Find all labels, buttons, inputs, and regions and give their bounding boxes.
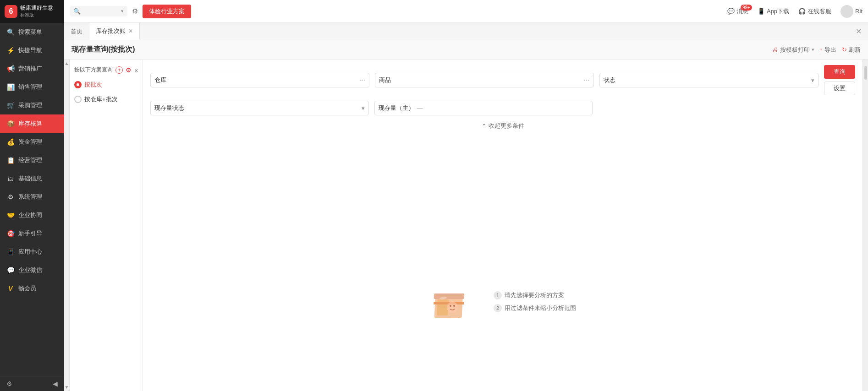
refresh-button[interactable]: ↻ 刷新 [842, 46, 861, 54]
wechat-icon: 💬 [6, 266, 15, 274]
sidebar-item-inventory[interactable]: 📦 库存核算 [0, 114, 64, 133]
empty-tip-2: 2 用过滤条件来缩小分析范围 [494, 304, 576, 312]
megaphone-icon: 📢 [6, 65, 15, 73]
sidebar-item-operation-label: 经营管理 [18, 156, 42, 164]
settings-footer-button[interactable]: ⚙ [6, 380, 12, 387]
sidebar-item-operation[interactable]: 📋 经营管理 [0, 151, 64, 169]
sidebar-item-wechat-label: 企业微信 [18, 266, 42, 274]
scroll-up-button[interactable]: ▲ [65, 60, 69, 67]
trial-button[interactable]: 体验行业方案 [143, 5, 191, 18]
sidebar-item-vip[interactable]: V 畅会员 [0, 279, 64, 298]
tab-close-icon[interactable]: ✕ [128, 28, 133, 34]
user-menu[interactable]: Rit [841, 5, 863, 18]
topbar-gear-icon[interactable]: ⚙ [132, 7, 138, 16]
app-download-button[interactable]: 📱 App下载 [758, 7, 789, 16]
empty-illustration [429, 279, 475, 325]
search-chevron-icon: ▾ [121, 8, 124, 14]
product-dots-button[interactable]: ··· [584, 76, 590, 84]
scheme-item-warehouse-batch[interactable]: 按仓库+批次 [70, 92, 143, 107]
flash-icon: ⚡ [6, 46, 15, 54]
tab-home[interactable]: 首页 [64, 23, 89, 40]
tab-inventory-batch[interactable]: 库存批次账 ✕ [89, 23, 140, 40]
gear-icon: ⚙ [6, 193, 15, 201]
refresh-icon: ↻ [842, 46, 847, 53]
sidebar-item-finance[interactable]: 💰 资金管理 [0, 133, 64, 151]
app-logo: 6 [5, 5, 17, 18]
scheme-item-batch[interactable]: 按批次 [70, 77, 143, 92]
cart-icon: 🛒 [6, 101, 15, 109]
product-label: 商品 [379, 76, 391, 84]
collapse-chevron-icon: ⌃ [482, 123, 487, 130]
product-input[interactable] [394, 77, 581, 84]
collapse-sidebar-button[interactable]: ◀ [53, 380, 58, 387]
collapse-filters-button[interactable]: ⌃ 收起更多条件 [150, 119, 855, 133]
clipboard-icon: 📋 [6, 156, 15, 164]
export-button[interactable]: ↑ 导出 [820, 46, 837, 54]
print-icon: 🖨 [772, 46, 778, 53]
svg-rect-1 [434, 293, 465, 299]
scheme-dot-empty-icon [74, 96, 82, 103]
target-icon: 🎯 [6, 229, 15, 238]
inventory-qty-filter[interactable]: 现存量（主） — [374, 101, 593, 115]
sidebar-item-quick-label: 快捷导航 [18, 46, 42, 54]
message-icon: 💬 [727, 8, 735, 15]
sidebar-item-newbie[interactable]: 🎯 新手引导 [0, 224, 64, 243]
topbar: 🔍 ▾ ⚙ 体验行业方案 💬 消息 99+ 📱 App下载 🎧 在线客服 Rit [64, 0, 868, 23]
export-label: 导出 [824, 46, 836, 54]
sidebar-item-enterprise[interactable]: 🤝 企业协同 [0, 206, 64, 224]
sidebar-item-vip-label: 畅会员 [18, 284, 36, 293]
scheme-settings-button[interactable]: ⚙ [126, 66, 132, 74]
empty-svg [429, 279, 475, 325]
empty-tip-1: 1 请先选择要分析的方案 [494, 291, 576, 299]
search-box-icon: 🔍 [73, 8, 81, 15]
search-icon: 🔍 [6, 28, 15, 36]
sidebar-item-marketing[interactable]: 📢 营销推广 [0, 60, 64, 78]
sidebar-nav: 🔍 搜索菜单 ⚡ 快捷导航 📢 营销推广 📊 销售管理 🛒 采购管理 📦 库存核… [0, 23, 64, 376]
inventory-status-filter[interactable]: 现存量状态 ▾ [150, 101, 369, 115]
tab-close-all-button[interactable]: ✕ [849, 27, 868, 36]
app-version: 标准版 [20, 12, 53, 18]
print-button[interactable]: 🖨 按模板打印 ▾ [772, 46, 814, 54]
search-box[interactable]: 🔍 ▾ [70, 6, 127, 16]
sidebar-item-purchase[interactable]: 🛒 采购管理 [0, 96, 64, 114]
warehouse-input[interactable] [169, 77, 357, 84]
svg-point-5 [447, 302, 458, 313]
empty-state: 1 请先选择要分析的方案 2 用过滤条件来缩小分析范围 [143, 212, 863, 391]
warehouse-dots-button[interactable]: ··· [359, 76, 365, 84]
inventory-qty-label: 现存量（主） [379, 104, 414, 112]
sidebar-item-appstore[interactable]: 📱 应用中心 [0, 243, 64, 261]
user-avatar [841, 5, 853, 18]
refresh-label: 刷新 [849, 46, 861, 54]
sidebar-item-wechat[interactable]: 💬 企业微信 [0, 261, 64, 279]
main-area: 🔍 ▾ ⚙ 体验行业方案 💬 消息 99+ 📱 App下载 🎧 在线客服 Rit [64, 0, 868, 391]
inventory-status-chevron-icon: ▾ [362, 105, 365, 112]
sidebar-item-search[interactable]: 🔍 搜索菜单 [0, 23, 64, 41]
sidebar-item-marketing-label: 营销推广 [18, 65, 42, 73]
scheme-collapse-button[interactable]: « [134, 66, 138, 74]
app-name: 畅康通好生意 [20, 5, 53, 12]
warehouse-filter[interactable]: 仓库 ··· [150, 73, 369, 87]
online-service-button[interactable]: 🎧 在线客服 [798, 7, 831, 16]
message-button[interactable]: 💬 消息 99+ [727, 7, 748, 16]
scroll-down-button[interactable]: ▼ [65, 383, 69, 391]
sidebar-item-sales[interactable]: 📊 销售管理 [0, 78, 64, 96]
scheme-add-button[interactable]: + [115, 66, 123, 74]
scheme-header-actions: + ⚙ « [115, 66, 138, 74]
product-filter[interactable]: 商品 ··· [375, 73, 594, 87]
query-button[interactable]: 查询 [824, 65, 855, 79]
sidebar-item-search-label: 搜索菜单 [18, 28, 42, 36]
tabbar: 首页 库存批次账 ✕ ✕ [64, 23, 868, 40]
box-icon: 📦 [6, 119, 15, 128]
sidebar-item-enterprise-label: 企业协同 [18, 211, 42, 219]
sidebar-item-quick[interactable]: ⚡ 快捷导航 [0, 41, 64, 60]
export-icon: ↑ [820, 46, 823, 53]
sidebar-item-appstore-label: 应用中心 [18, 248, 42, 256]
sidebar-item-basic[interactable]: 🗂 基础信息 [0, 169, 64, 188]
app-info: 畅康通好生意 标准版 [20, 5, 53, 18]
search-input[interactable] [82, 8, 119, 15]
settings-button[interactable]: 设置 [824, 81, 855, 95]
scrollbar-thumb[interactable] [864, 66, 867, 80]
sidebar-item-system[interactable]: ⚙ 系统管理 [0, 188, 64, 206]
scheme-item-warehouse-batch-label: 按仓库+批次 [84, 95, 118, 103]
status-filter[interactable]: 状态 ▾ [599, 73, 819, 87]
